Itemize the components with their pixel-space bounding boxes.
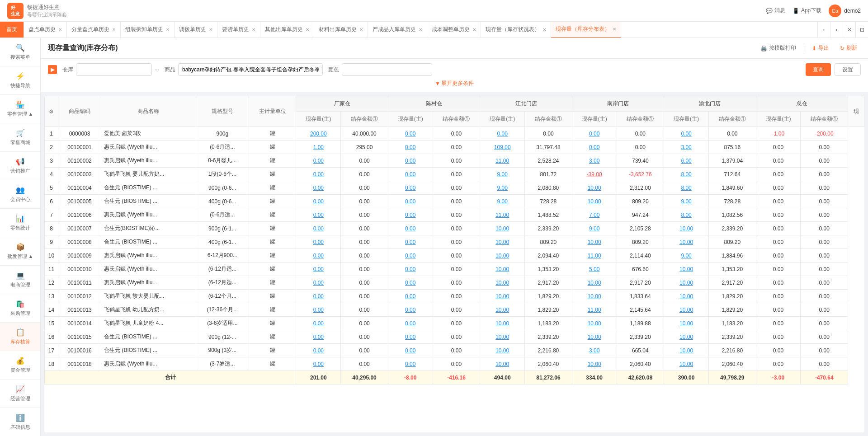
tab-close-product-in[interactable]: ✕ <box>419 27 422 32</box>
tab-label-product-in: 产成品入库单历史 <box>373 26 416 33</box>
cell-wh3-amt: 2,917.20 <box>525 276 572 290</box>
sidebar-item-retail[interactable]: 🏪 零售管理 ▲ <box>0 95 40 123</box>
sidebar-item-marketing[interactable]: 📢 营销推广 <box>0 152 40 180</box>
cell-wh1-amt: 0.00 <box>341 195 388 208</box>
warehouse-more-btn[interactable]: ··· <box>155 66 159 73</box>
sidebar-icon-retail-mall: 🛒 <box>16 129 25 137</box>
table-row: 1300100012飞鹤星飞帆 较大婴儿配...(6-12个月...罐0.000… <box>45 290 864 303</box>
cell-name: 惠氏启赋 (Wyeth illu... <box>101 249 196 263</box>
tab-close-stock-dist[interactable]: ✕ <box>613 27 616 32</box>
table-row: 200100001惠氏启赋 (Wyeth illu...(0-6月适...罐1.… <box>45 141 864 154</box>
cell-wh2-amt: 0.00 <box>433 168 480 181</box>
cell-wh1-amt: 0.00 <box>341 276 388 290</box>
tab-expand-btn[interactable]: ⊡ <box>855 22 868 38</box>
tab-home[interactable]: 首页 <box>0 22 24 38</box>
sidebar-item-quick-nav[interactable]: ⚡ 快捷导航 <box>0 66 40 95</box>
cell-total-qty: 0.00 <box>756 208 801 222</box>
sidebar-item-ops[interactable]: 📈 经营管理 <box>0 380 40 408</box>
tab-purchase-order[interactable]: 要货单历史✕ <box>217 22 260 38</box>
color-input[interactable] <box>342 63 432 76</box>
product-input[interactable] <box>178 63 323 76</box>
sidebar-item-member[interactable]: 👥 会员中心 <box>0 180 40 209</box>
cell-wh3-amt: 1,353.20 <box>525 263 572 276</box>
cell-name: 飞鹤星飞帆 婴儿配方奶... <box>101 168 196 181</box>
tab-inventory-count[interactable]: 盘点单历史✕ <box>24 22 67 38</box>
tab-close-purchase-order[interactable]: ✕ <box>252 27 255 32</box>
sidebar-label-quick-nav: 快捷导航 <box>10 82 30 89</box>
tab-close-cost-adjust[interactable]: ✕ <box>472 27 476 32</box>
cell-wh2-amt: 0.00 <box>433 154 480 168</box>
cell-wh3-amt: 1,829.20 <box>525 290 572 303</box>
table-row: 1100100010惠氏启赋 (Wyeth illu...(6-12月适...罐… <box>45 263 864 276</box>
tab-other-out[interactable]: 其他出库单历史✕ <box>260 22 314 38</box>
tab-stock-dist[interactable]: 现存量（库存分布表）✕ <box>551 22 621 38</box>
tab-stock-status[interactable]: 现存量（库存状况表）✕ <box>481 22 551 38</box>
sidebar-item-finance[interactable]: 💰 资金管理 <box>0 351 40 380</box>
cell-wh3-qty: 10.00 <box>480 290 525 303</box>
print-btn[interactable]: 🖨️ 按模版打印 <box>757 42 800 54</box>
tab-next-btn[interactable]: › <box>830 22 843 38</box>
cell-wh1-amt: 0.00 <box>341 357 388 371</box>
cell-spec: (6-12月适... <box>196 276 249 290</box>
tab-close-combo-dismantle[interactable]: ✕ <box>166 27 170 32</box>
cell-total-amt: 0.00 <box>801 235 848 249</box>
tab-close-other-out[interactable]: ✕ <box>306 27 309 32</box>
cell-wh2-amt: 0.00 <box>433 303 480 317</box>
setting-button[interactable]: 设置 <box>835 63 861 76</box>
tab-product-in[interactable]: 产成品入库单历史✕ <box>368 22 427 38</box>
tab-close-material-out[interactable]: ✕ <box>359 27 363 32</box>
cell-wh5-amt: 2,917.20 <box>709 276 756 290</box>
cell-wh1-amt: 0.00 <box>341 154 388 168</box>
cell-total-amt: 0.00 <box>801 330 848 344</box>
tab-transfer[interactable]: 调拨单历史✕ <box>175 22 217 38</box>
cell-name: 惠氏启赋 (Wyeth illu... <box>101 263 196 276</box>
tab-close-transfer[interactable]: ✕ <box>209 27 212 32</box>
filter-collapse-btn[interactable]: ▶ <box>48 65 57 74</box>
sidebar-label-marketing: 营销推广 <box>10 168 30 174</box>
cell-wh4-amt: 0.00 <box>617 127 664 141</box>
cell-total-amt: 0.00 <box>801 344 848 357</box>
th-settings[interactable]: ⚙ <box>45 96 58 127</box>
export-btn[interactable]: ⬇ 导出 <box>808 42 833 54</box>
sidebar-item-ecom[interactable]: 💻 电商管理 <box>0 266 40 294</box>
cell-unit: 罐 <box>249 249 296 263</box>
tab-label-sub-inventory: 分量盘点单历史 <box>71 26 109 33</box>
tab-sub-inventory[interactable]: 分量盘点单历史✕ <box>67 22 121 38</box>
sidebar-item-retail-mall[interactable]: 🛒 零售商城 <box>0 123 40 152</box>
cell-unit: 罐 <box>249 330 296 344</box>
th-wh-1: 陈村仓 <box>388 96 480 112</box>
refresh-btn[interactable]: ↻ 刷新 <box>836 42 861 54</box>
tab-close-inventory-count[interactable]: ✕ <box>58 27 62 32</box>
search-button[interactable]: 查询 <box>806 63 831 76</box>
cell-wh2-qty: 0.00 <box>388 290 433 303</box>
top-right: 💬 消息 📱 App下载 Ea demo2 <box>766 5 861 17</box>
tab-close-btn[interactable]: ✕ <box>843 22 855 38</box>
cell-wh3-amt: 728.28 <box>525 195 572 208</box>
main-layout: 🔍 搜索英单 ⚡ 快捷导航 🏪 零售管理 ▲ 🛒 零售商城 📢 营销推广 👥 会… <box>0 38 868 436</box>
tab-material-out[interactable]: 材料出库单历史✕ <box>314 22 368 38</box>
tab-close-sub-inventory[interactable]: ✕ <box>112 27 116 32</box>
warehouse-input[interactable] <box>76 63 152 76</box>
cell-wh2-qty: 0.00 <box>388 276 433 290</box>
cell-spec: (3-6岁适用... <box>196 317 249 330</box>
tab-close-stock-status[interactable]: ✕ <box>542 27 546 32</box>
cell-wh2-amt: 0.00 <box>433 141 480 154</box>
tab-prev-btn[interactable]: ‹ <box>817 22 830 38</box>
cell-spec: (12-36个月... <box>196 303 249 317</box>
sidebar-item-search[interactable]: 🔍 搜索英单 <box>0 38 40 66</box>
expand-conditions-btn[interactable]: ▼ 展开更多条件 <box>435 80 474 87</box>
sidebar-item-purchase[interactable]: 🛍️ 采购管理 <box>0 294 40 323</box>
cell-spec: (0-6月适... <box>196 141 249 154</box>
message-btn[interactable]: 💬 消息 <box>766 7 785 14</box>
sidebar-item-inventory[interactable]: 📋 库存核算 <box>0 323 40 351</box>
app-download-btn[interactable]: 📱 App下载 <box>793 7 821 14</box>
export-icon: ⬇ <box>812 45 816 52</box>
sidebar-item-wholesale[interactable]: 📦 批发管理 ▲ <box>0 237 40 266</box>
sidebar-item-basic[interactable]: ℹ️ 基础信息 <box>0 408 40 436</box>
cell-wh1-amt: 0.00 <box>341 181 388 195</box>
sidebar-item-retail-stats[interactable]: 📊 零售统计 <box>0 209 40 237</box>
table-container[interactable]: ⚙商品编码商品名称规格型号主计量单位厂家仓陈村仓江北门店南岸门店渝北门店总仓现现… <box>44 96 864 432</box>
tab-cost-adjust[interactable]: 成本调整单历史✕ <box>427 22 481 38</box>
cell-wh1-amt: 0.00 <box>341 249 388 263</box>
tab-combo-dismantle[interactable]: 组装拆卸单历史✕ <box>121 22 175 38</box>
